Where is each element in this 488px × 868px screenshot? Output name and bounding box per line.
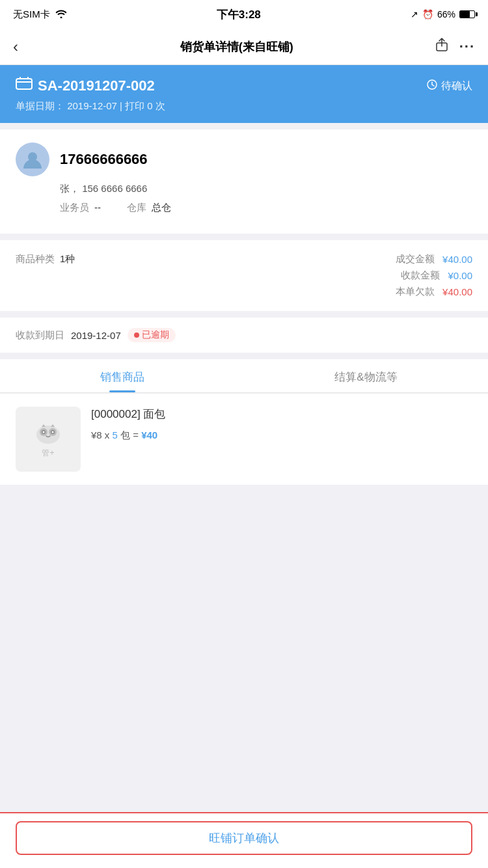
product-brand: 管+ — [42, 448, 54, 459]
sales-value: -- — [94, 202, 101, 214]
tabs-row: 销售商品 结算&物流等 — [0, 359, 488, 393]
product-type-row: 商品种类 1种 — [16, 253, 396, 265]
battery-icon — [459, 10, 475, 18]
received-value: ¥0.00 — [448, 270, 472, 281]
order-date: 2019-12-07 — [67, 100, 117, 111]
due-date: 2019-12-07 — [71, 330, 121, 341]
share-icon[interactable] — [435, 38, 449, 55]
page-title: 销货单详情(来自旺铺) — [39, 39, 435, 55]
order-id-text: SA-20191207-002 — [38, 77, 155, 94]
product-unit: 包 — [120, 429, 130, 441]
amounts-column: 成交金额 ¥40.00 收款金额 ¥0.00 本单欠款 ¥40.00 — [396, 253, 472, 298]
customer-info: 张， 156 6666 6666 业务员 -- 仓库 总仓 — [60, 183, 472, 214]
date-label: 单据日期： — [16, 100, 64, 111]
overdue-dot-icon — [134, 332, 139, 338]
due-label: 收款到期日 — [16, 329, 64, 342]
due-section: 收款到期日 2019-12-07 已逾期 — [0, 318, 488, 353]
product-section: 管+ [0000002] 面包 ¥8 x 5 包 = ¥40 — [0, 394, 488, 485]
product-thumbnail: 管+ — [16, 407, 81, 472]
tab-settlement[interactable]: 结算&物流等 — [244, 359, 488, 392]
tab-sales-products[interactable]: 销售商品 — [0, 359, 244, 392]
status-text: 待确认 — [441, 79, 472, 93]
status-bar: 无SIM卡 下午3:28 ↗ ⏰ 66% — [0, 0, 488, 29]
bottom-action-area: 旺铺订单确认 — [0, 812, 488, 868]
product-total: ¥40 — [141, 429, 157, 441]
clock-icon — [427, 79, 437, 92]
alarm-icon: ⏰ — [422, 9, 433, 20]
received-label: 收款金额 — [401, 269, 440, 282]
warehouse-value: 总仓 — [152, 202, 171, 214]
product-item: 管+ [0000002] 面包 ¥8 x 5 包 = ¥40 — [16, 407, 472, 472]
transaction-value: ¥40.00 — [442, 254, 472, 265]
customer-meta: 业务员 -- 仓库 总仓 — [60, 202, 472, 214]
overdue-text: 已逾期 — [142, 329, 169, 341]
status-time: 下午3:28 — [217, 7, 261, 22]
customer-section: 17666666666 张， 156 6666 6666 业务员 -- 仓库 总… — [0, 129, 488, 234]
status-left: 无SIM卡 — [13, 8, 67, 21]
svg-rect-1 — [16, 79, 32, 89]
received-row: 收款金额 ¥0.00 — [401, 269, 472, 282]
order-date-line: 单据日期： 2019-12-07 | 打印 0 次 — [16, 100, 472, 113]
product-info: [0000002] 面包 ¥8 x 5 包 = ¥40 — [91, 407, 472, 472]
product-type-label: 商品种类 — [16, 253, 55, 265]
svg-point-10 — [52, 431, 54, 433]
product-type-value: 1种 — [60, 253, 75, 265]
date-separator: | — [120, 100, 125, 111]
overdue-badge: 已逾期 — [128, 328, 176, 342]
avatar — [16, 142, 49, 176]
owed-row: 本单欠款 ¥40.00 — [396, 286, 472, 298]
owed-label: 本单欠款 — [396, 286, 435, 298]
transaction-label: 成交金额 — [396, 253, 435, 265]
battery-label: 66% — [437, 9, 455, 20]
nav-actions: ··· — [435, 38, 475, 55]
bottom-spacer — [0, 485, 488, 550]
tabs-section: 销售商品 结算&物流等 — [0, 359, 488, 393]
order-status: 待确认 — [427, 79, 472, 93]
wifi-icon — [55, 9, 67, 20]
customer-phone: 17666666666 — [60, 151, 148, 168]
warehouse-label: 仓库 — [127, 202, 146, 214]
owed-value: ¥40.00 — [442, 286, 472, 297]
order-header: SA-20191207-002 待确认 单据日期： 2019-12-07 | 打… — [0, 65, 488, 123]
customer-name: 张， 156 6666 6666 — [60, 183, 472, 195]
sales-label: 业务员 — [60, 202, 89, 214]
product-thumb-inner: 管+ — [32, 420, 64, 459]
print-text: 打印 0 次 — [125, 100, 165, 111]
status-right: ↗ ⏰ 66% — [411, 9, 475, 20]
svg-point-9 — [43, 431, 45, 433]
product-price-row: ¥8 x 5 包 = ¥40 — [91, 429, 472, 442]
transaction-row: 成交金额 ¥40.00 — [396, 253, 472, 265]
product-name: [0000002] 面包 — [91, 407, 472, 422]
multiply-sign: x — [105, 429, 110, 441]
summary-section: 商品种类 1种 成交金额 ¥40.00 收款金额 ¥0.00 本单欠款 ¥40.… — [0, 240, 488, 311]
carrier-label: 无SIM卡 — [13, 8, 50, 21]
svg-point-4 — [36, 426, 60, 444]
nav-bar: ‹ 销货单详情(来自旺铺) ··· — [0, 29, 488, 65]
confirm-order-button[interactable]: 旺铺订单确认 — [16, 821, 472, 855]
order-id-row: SA-20191207-002 — [16, 77, 155, 95]
more-icon[interactable]: ··· — [459, 38, 475, 55]
equals-sign: = — [133, 429, 139, 441]
location-icon: ↗ — [411, 9, 418, 20]
back-button[interactable]: ‹ — [13, 38, 39, 56]
order-type-icon — [16, 77, 33, 95]
product-quantity: 5 — [113, 429, 118, 441]
